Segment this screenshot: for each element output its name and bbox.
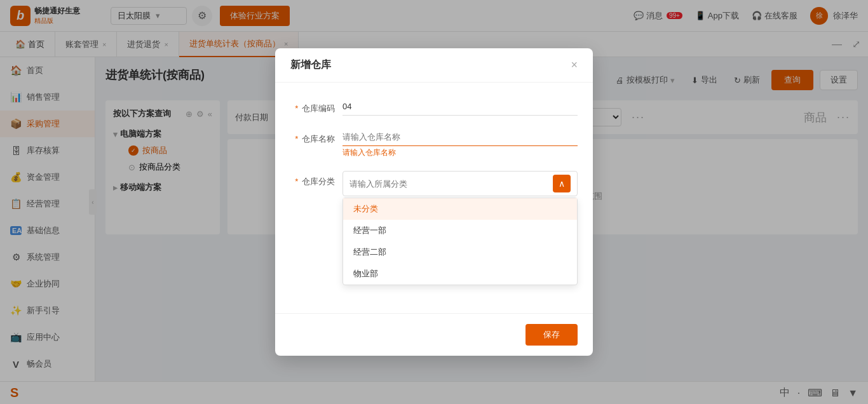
warehouse-code-label: * 仓库编码 — [290, 98, 335, 114]
dropdown-item-dept1[interactable]: 经营一部 — [343, 220, 577, 241]
warehouse-code-input[interactable] — [342, 98, 578, 116]
category-dropdown-button[interactable]: ∧ — [553, 175, 571, 192]
warehouse-name-label: * 仓库名称 — [290, 128, 335, 145]
category-input-wrapper: ∧ — [342, 171, 578, 196]
warehouse-category-control: ∧ 未分类 经营一部 经营二部 物业部 — [342, 171, 578, 285]
modal-footer: 保存 — [275, 313, 593, 356]
save-button[interactable]: 保存 — [526, 324, 578, 346]
warehouse-category-row: * 仓库分类 ∧ 未分类 经营一部 经营二部 物业部 — [290, 171, 578, 285]
warehouse-name-control: 请输入仓库名称 — [342, 128, 578, 158]
modal-title: 新增仓库 — [290, 58, 331, 72]
dropdown-item-property[interactable]: 物业部 — [343, 263, 577, 285]
category-dropdown-list: 未分类 经营一部 经营二部 物业部 — [342, 198, 578, 285]
warehouse-code-control — [342, 98, 578, 116]
warehouse-category-label: * 仓库分类 — [290, 171, 335, 187]
new-warehouse-modal: 新增仓库 × * 仓库编码 * 仓库名称 — [275, 48, 593, 356]
modal-overlay[interactable]: 新增仓库 × * 仓库编码 * 仓库名称 — [0, 0, 868, 404]
modal-close-button[interactable]: × — [571, 58, 578, 72]
warehouse-category-input[interactable] — [349, 179, 553, 189]
modal-header: 新增仓库 × — [275, 48, 593, 83]
modal-body: * 仓库编码 * 仓库名称 请输入仓库名称 — [275, 83, 593, 313]
warehouse-name-row: * 仓库名称 请输入仓库名称 — [290, 128, 578, 158]
warehouse-name-input[interactable] — [342, 128, 578, 146]
chevron-up-icon: ∧ — [559, 178, 565, 189]
dropdown-item-unclassified[interactable]: 未分类 — [343, 198, 577, 220]
warehouse-name-error: 请输入仓库名称 — [342, 147, 578, 158]
dropdown-item-dept2[interactable]: 经营二部 — [343, 241, 577, 263]
warehouse-code-row: * 仓库编码 — [290, 98, 578, 116]
